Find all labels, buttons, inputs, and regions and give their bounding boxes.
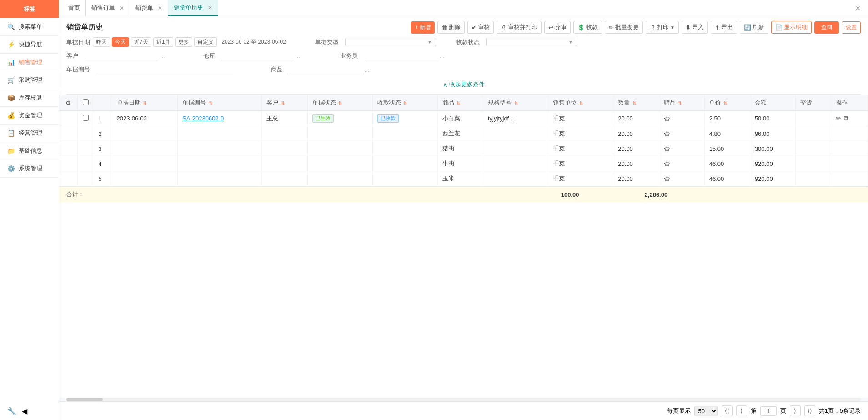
collect-button[interactable]: 💲 收款	[573, 21, 602, 34]
row-goods: 玉米	[437, 171, 483, 186]
edit-icon[interactable]: ✏	[836, 115, 841, 122]
doc-no-input[interactable]	[96, 65, 233, 74]
settings-icon[interactable]: 🔧	[7, 407, 16, 415]
col-customer[interactable]: 客户 ⇅	[262, 95, 307, 111]
tab-sales-history[interactable]: 销货单历史 ✕	[168, 0, 218, 16]
tab-sales-order-close[interactable]: ✕	[120, 5, 124, 11]
collapse-icon[interactable]: ◀	[22, 407, 27, 415]
filter-goods: 商品 ...	[271, 65, 370, 74]
delete-button[interactable]: 🗑 删除	[437, 21, 465, 34]
row-spec-type	[483, 141, 548, 156]
tab-sales-goods-close[interactable]: ✕	[158, 5, 162, 11]
col-gift[interactable]: 赠品 ⇅	[659, 95, 704, 111]
row-gear-cell	[59, 126, 77, 141]
scrollbar-thumb[interactable]	[66, 398, 103, 401]
row-checkbox[interactable]	[83, 115, 89, 121]
date-btn-7days[interactable]: 近7天	[131, 37, 151, 47]
sidebar-item-inventory-calc[interactable]: 📦 库存核算	[0, 89, 59, 107]
collapse-btn[interactable]: ∧ 收起更多条件	[66, 79, 861, 90]
tab-sales-history-close[interactable]: ✕	[208, 5, 212, 11]
sidebar-item-ops-mgmt[interactable]: 📋 经营管理	[0, 125, 59, 142]
export-button[interactable]: ⬆ 导出	[711, 21, 737, 34]
warehouse-input[interactable]	[221, 51, 294, 60]
row-doc-status: 已生效	[307, 111, 372, 126]
page-prev-btn[interactable]: ⟨	[736, 405, 747, 416]
col-collect-status[interactable]: 收款状态 ⇅	[372, 95, 437, 111]
per-page-select[interactable]: 50 100 200	[694, 406, 718, 416]
row-checkbox-cell[interactable]	[77, 126, 94, 141]
table-footer: 合计： 100.00 2,286.00	[59, 186, 868, 202]
doc-type-select[interactable]: ▼	[345, 38, 436, 46]
query-button[interactable]: 查询	[814, 21, 839, 34]
sidebar-item-purchase-mgmt[interactable]: 🛒 采购管理	[0, 71, 59, 89]
page-input[interactable]	[760, 406, 777, 416]
staff-dots[interactable]: ...	[440, 53, 445, 60]
new-button[interactable]: + 新增	[411, 21, 435, 34]
settings-filter-button[interactable]: 设置	[842, 21, 861, 34]
horizontal-scrollbar[interactable]	[66, 398, 861, 401]
row-checkbox-cell[interactable]	[77, 111, 94, 126]
sidebar-item-fund-mgmt[interactable]: 💰 资金管理	[0, 107, 59, 125]
col-doc-date[interactable]: 单据日期 ⇅	[112, 95, 178, 111]
refresh-button[interactable]: 🔄 刷新	[740, 21, 768, 34]
row-checkbox-cell[interactable]	[77, 141, 94, 156]
date-btn-1month[interactable]: 近1月	[153, 37, 174, 47]
batch-change-button[interactable]: ✏ 批量变更	[605, 21, 643, 34]
customer-input[interactable]	[85, 51, 157, 60]
copy-icon[interactable]: ⧉	[844, 115, 848, 122]
tab-sales-goods[interactable]: 销货单 ✕	[130, 0, 168, 16]
show-detail-button[interactable]: 📄 显示明细	[771, 21, 812, 34]
goods-label: 商品	[271, 65, 283, 74]
warehouse-dots[interactable]: ...	[297, 53, 302, 60]
col-doc-no[interactable]: 单据编号 ⇅	[178, 95, 262, 111]
date-btn-more[interactable]: 更多	[175, 37, 192, 47]
col-qty[interactable]: 数量 ⇅	[613, 95, 659, 111]
goods-dots[interactable]: ...	[365, 66, 370, 73]
staff-input[interactable]	[364, 51, 437, 60]
goods-input[interactable]	[289, 65, 362, 74]
date-btn-custom[interactable]: 自定义	[194, 37, 217, 47]
col-checkbox[interactable]	[77, 95, 94, 111]
window-close-btn[interactable]: ✕	[855, 5, 861, 12]
row-collect-status	[372, 171, 437, 186]
abandon-button[interactable]: ↩ 弃审	[544, 21, 571, 34]
col-doc-status[interactable]: 单据状态 ⇅	[307, 95, 372, 111]
sidebar-item-search-menu[interactable]: 🔍 搜索菜单	[0, 18, 59, 36]
date-label: 单据日期	[66, 38, 90, 46]
date-btn-today[interactable]: 今天	[112, 37, 129, 47]
date-btn-yesterday[interactable]: 昨天	[93, 37, 110, 47]
batch-change-icon: ✏	[609, 24, 614, 31]
row-checkbox-cell[interactable]	[77, 156, 94, 171]
row-no-cell: 3	[94, 141, 112, 156]
sidebar-item-quick-nav[interactable]: ⚡ 快捷导航	[0, 36, 59, 54]
sidebar-item-basic-info[interactable]: 📁 基础信息	[0, 142, 59, 160]
page-last-btn[interactable]: ⟩⟩	[804, 405, 815, 416]
print-button[interactable]: 🖨 打印 ▼	[646, 21, 679, 34]
select-all-checkbox[interactable]	[83, 99, 89, 105]
import-button[interactable]: ⬇ 导入	[682, 21, 708, 34]
collect-status-select[interactable]: ▼	[486, 38, 577, 46]
row-amount: 50.00	[750, 111, 795, 126]
sidebar-item-sales-mgmt[interactable]: 📊 销售管理	[0, 54, 59, 71]
footer-total-amount: 2,286.00	[645, 191, 668, 198]
import-icon: ⬇	[686, 24, 691, 31]
review-print-button[interactable]: 🖨 审核并打印	[497, 21, 542, 34]
customer-dots[interactable]: ...	[160, 53, 165, 60]
page-first-btn[interactable]: ⟨⟨	[722, 405, 733, 416]
col-unit-price[interactable]: 单价 ⇅	[704, 95, 750, 111]
doc-no-link[interactable]: SA-20230602-0	[182, 115, 224, 122]
page-next-btn[interactable]: ⟩	[790, 405, 801, 416]
box-icon: 📦	[7, 94, 15, 101]
col-gear[interactable]: ⚙	[59, 95, 77, 111]
review-button[interactable]: ✔ 审核	[467, 21, 494, 34]
col-sales-unit[interactable]: 销售单位 ⇅	[548, 95, 613, 111]
row-checkbox-cell[interactable]	[77, 171, 94, 186]
tab-sales-order[interactable]: 销售订单 ✕	[86, 0, 130, 16]
tab-home[interactable]: 首页	[63, 0, 86, 16]
row-gift: 否	[659, 171, 704, 186]
row-doc-date	[112, 141, 178, 156]
customer-label: 客户	[66, 52, 78, 60]
col-spec-type[interactable]: 规格型号 ⇅	[483, 95, 548, 111]
sidebar-item-sys-mgmt[interactable]: ⚙️ 系统管理	[0, 160, 59, 178]
col-goods[interactable]: 商品 ⇅	[437, 95, 483, 111]
